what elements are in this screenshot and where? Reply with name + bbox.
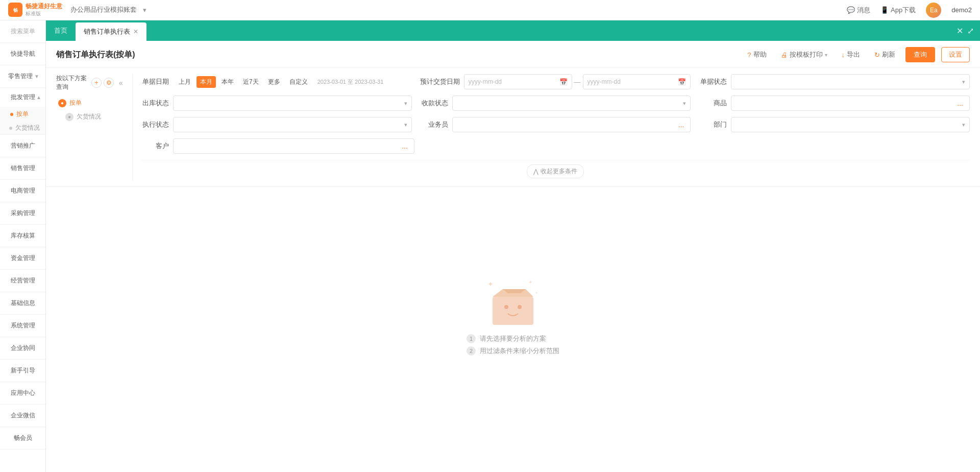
filter-collapse-row: ⋀ 收起更多条件 [141,160,970,180]
sidebar-item-ecommerce[interactable]: 电商管理 [0,180,45,202]
sidebar-item-basic[interactable]: 基础信息 [0,292,45,315]
avatar[interactable]: Ea [926,3,941,18]
sidebar-newbie-label: 新手引导 [11,366,35,375]
sidebar-item-member[interactable]: 畅会员 [0,427,45,450]
sidebar-sub-item-order[interactable]: 按单 [0,107,45,122]
collapse-button[interactable]: ⋀ 收起更多条件 [527,164,584,178]
customer-select[interactable]: ... [173,138,414,154]
logo-icon: 畅 [8,3,22,17]
product-dots-icon[interactable]: ... [955,99,965,107]
salesperson-dots-icon[interactable]: ... [676,121,687,129]
tab-bar: 首页 销售订单执行表 ✕ ✕ ⤢ [46,20,980,41]
wholesale-arrow-icon: ▲ [36,95,41,100]
message-icon: 💬 [847,6,855,14]
sidebar-item-enterprise[interactable]: 企业协同 [0,337,45,360]
salesperson-select[interactable]: ... [452,117,691,132]
sidebar-item-weixin[interactable]: 企业微信 [0,405,45,427]
refresh-button[interactable]: ↻ 刷新 [870,48,899,61]
header-dropdown-icon[interactable]: ▾ [143,6,146,14]
tab-expand-icon[interactable]: ⤢ [967,26,974,36]
filter-field-execution: 执行状态 ▾ [141,117,412,132]
calendar-end-icon: 📅 [678,78,686,86]
settings-button[interactable]: 设置 [941,47,970,62]
scheme-debt-icon: ● [65,113,74,121]
sidebar-item-quick-nav[interactable]: 快捷导航 [0,43,45,65]
sidebar-enterprise-label: 企业协同 [11,344,35,352]
sidebar-item-sales[interactable]: 销售管理 [0,157,45,180]
date-tab-last-month[interactable]: 上月 [175,76,194,88]
empty-steps: 1 请先选择要分析的方案 2 用过滤条件来缩小分析范围 [467,334,559,356]
filter-row-4: 客户 ... [141,138,970,154]
sidebar-section-wholesale: 批发管理 ▲ 按单 欠货情况 [0,88,45,135]
main-layout: 搜索菜单 快捷导航 零售管理 ▼ 批发管理 ▲ 按单 欠货情况 [0,20,980,472]
sidebar-item-retail[interactable]: 零售管理 ▼ [0,65,45,88]
tab-home[interactable]: 首页 [46,20,76,41]
collapse-label: 收起更多条件 [541,167,577,176]
scheme-settings-button[interactable]: ⚙ [104,78,114,88]
refresh-icon: ↻ [874,51,880,59]
scheme-header-actions: + ⚙ « [91,78,126,88]
status-dropdown-icon: ▾ [962,79,965,85]
message-button[interactable]: 💬 消息 [847,6,870,15]
app-download-button[interactable]: 📱 App下载 [880,6,916,15]
filter-form: 单据日期 上月 本月 本年 近7天 更多 自定义 [141,74,970,180]
date-tab-more[interactable]: 更多 [264,76,284,88]
page-title: 销售订单执行表(按单) [56,50,135,60]
outstock-select[interactable]: ▾ [173,96,412,111]
print-button[interactable]: 🖨 按模板打印 ▾ [777,48,831,61]
expected-date-start[interactable]: yyyy-mm-dd 📅 [464,74,572,89]
search-button[interactable]: 查询 [905,47,935,62]
execution-select[interactable]: ▾ [173,117,412,132]
sidebar-item-search[interactable]: 搜索菜单 [0,20,45,43]
payment-select[interactable]: ▾ [452,96,691,111]
order-dot-icon [10,113,13,116]
sidebar-item-wholesale[interactable]: 批发管理 ▲ [0,88,45,107]
step-1-text: 请先选择要分析的方案 [480,334,546,343]
customer-dots-icon[interactable]: ... [400,142,410,150]
scheme-item-debt[interactable]: ● 欠货情况 [56,110,126,123]
filter-field-department: 部门 ▾ [699,117,970,132]
department-label: 部门 [699,120,727,129]
help-label: 帮助 [753,50,767,59]
sidebar-basic-label: 基础信息 [11,299,35,308]
sidebar-item-inventory[interactable]: 库存核算 [0,225,45,247]
svg-point-3 [504,305,508,309]
filter-field-expected-date: 预计交货日期 yyyy-mm-dd 📅 — yyyy-mm-d [420,74,691,89]
sidebar-item-operations[interactable]: 经营管理 [0,270,45,292]
expected-date-range: yyyy-mm-dd 📅 — yyyy-mm-dd 📅 [464,74,691,89]
date-tab-this-month[interactable]: 本月 [197,76,216,88]
sidebar-marketing-label: 营销推广 [11,141,35,150]
sidebar-sub-item-debt[interactable]: 欠货情况 [0,122,45,134]
scheme-collapse-button[interactable]: « [116,78,126,88]
logo-area[interactable]: 畅 畅捷通好生意 标准版 [8,3,62,17]
scheme-add-button[interactable]: + [91,78,102,88]
logo-sub-text: 标准版 [26,10,62,17]
status-select[interactable]: ▾ [731,74,970,89]
avatar-text: Ea [930,7,938,14]
department-select[interactable]: ▾ [731,117,970,132]
date-tab-this-year[interactable]: 本年 [218,76,237,88]
expected-date-end[interactable]: yyyy-mm-dd 📅 [583,74,691,89]
page-content: 销售订单执行表(按单) ? 帮助 🖨 按模板打印 ▾ ↓ [46,41,980,472]
execution-dropdown-icon: ▾ [404,122,407,128]
empty-step-1: 1 请先选择要分析的方案 [467,334,559,343]
sidebar-item-system[interactable]: 系统管理 [0,315,45,337]
page-header: 销售订单执行表(按单) ? 帮助 🖨 按模板打印 ▾ ↓ [46,41,980,68]
empty-state-icon: ✦ ✦ ✦ [480,274,546,330]
date-tab-custom[interactable]: 自定义 [286,76,311,88]
sidebar-item-marketing[interactable]: 营销推广 [0,135,45,157]
export-button[interactable]: ↓ 导出 [838,48,865,61]
sidebar-item-appstore[interactable]: 应用中心 [0,382,45,405]
tab-sales-order[interactable]: 销售订单执行表 ✕ [76,22,146,41]
customer-label: 客户 [141,141,169,151]
tab-close-all-icon[interactable]: ✕ [957,26,963,36]
sidebar-item-finance[interactable]: 资金管理 [0,247,45,270]
help-button[interactable]: ? 帮助 [743,48,770,61]
sidebar-item-newbie[interactable]: 新手引导 [0,360,45,382]
tab-close-icon[interactable]: ✕ [133,29,138,35]
scheme-item-order[interactable]: ● 按单 [56,96,126,110]
quick-nav-label: 快捷导航 [11,50,35,58]
product-select[interactable]: ... [731,96,970,111]
sidebar-item-purchase[interactable]: 采购管理 [0,202,45,225]
date-tab-last-7days[interactable]: 近7天 [239,76,262,88]
